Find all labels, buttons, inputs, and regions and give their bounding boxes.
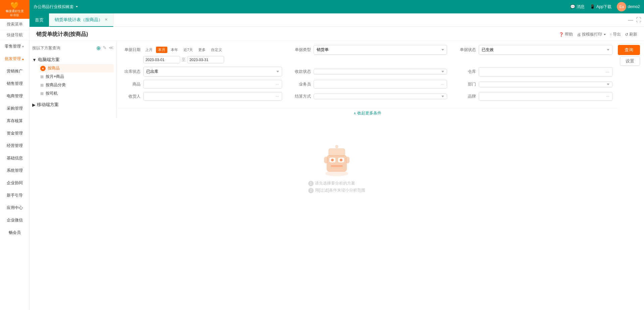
window-maximize-icon[interactable]: ⛶ [636,17,641,23]
desktop-plan-group[interactable]: ▼ 电脑端方案 [32,55,114,64]
date-tab-custom[interactable]: 自定义 [209,47,224,53]
collapse-more-btn[interactable]: ∧ 收起更多条件 [117,108,618,118]
plan-item-driver[interactable]: ▦ 按司机 [39,89,114,98]
search-menu[interactable]: 搜索菜单 [0,19,29,30]
svg-point-4 [331,159,334,161]
sidebar: 🧡 畅捷通好生意 标准版 搜索菜单 快捷导航 零售管理 ▼ 批发管理 ▲ 营销推… [0,0,30,310]
user-menu[interactable]: Ea demo2 [617,2,640,11]
department-select[interactable] [479,82,612,87]
window-minimize-icon[interactable]: — [628,17,633,23]
filter-sidebar-title: 按以下方案查询 [32,45,60,51]
message-btn[interactable]: 💬 消息 [570,4,585,10]
retail-label: 零售管理 [5,44,21,49]
plan-item-by-goods[interactable]: ● 按商品 [39,64,114,72]
warehouse-label: 仓库 [452,69,476,74]
sidebar-item-wechat[interactable]: 企业微信 [0,214,29,226]
tab-sales-stat[interactable]: 销货单统计表（按商品） ✕ [49,13,113,27]
sidebar-item-member[interactable]: 畅会员 [0,226,29,239]
sidebar-item-inventory[interactable]: 库存核算 [0,115,29,127]
date-tab-more[interactable]: 更多 [196,47,208,53]
warehouse-more-icon[interactable]: ··· [605,69,609,74]
query-button[interactable]: 查询 [618,45,640,55]
page-header: 销货单统计表(按商品) ❓ 帮助 🖨 按模板打印 ↑ 导出 ↺ 刷新 [30,27,644,41]
sidebar-item-retail[interactable]: 零售管理 ▼ [0,40,29,53]
desktop-arrow-icon: ▼ [32,57,37,62]
app-download-btn[interactable]: 📱 App下载 [590,4,611,10]
date-tab-this-year[interactable]: 本年 [169,47,180,53]
doc-type-label: 单据类型 [287,47,311,53]
date-tab-7days[interactable]: 近7天 [181,47,195,53]
doc-status-select[interactable]: 已生效 [479,45,612,55]
account-dropdown[interactable]: 办公用品行业模拟账套 [34,4,78,10]
plan-item-month-goods[interactable]: ▦ 按月+商品 [39,72,114,81]
export-btn[interactable]: ↑ 导出 [610,32,621,37]
template-print-btn[interactable]: 🖨 按模板打印 [577,32,606,37]
sidebar-item-marketing[interactable]: 营销推广 [0,65,29,78]
plan-category-icon: ▦ [40,83,44,87]
payment-status-label: 收款状态 [287,69,311,74]
date-tab-this-month[interactable]: 本月 [156,47,167,53]
app-label: App下载 [596,4,611,10]
sidebar-item-finance[interactable]: 资金管理 [0,127,29,140]
out-status-field: 出库状态 已出库 [122,67,282,76]
set-button[interactable]: 设置 [620,56,640,66]
svg-rect-1 [327,155,347,172]
plan-month-goods-label: 按月+商品 [46,74,64,80]
help-btn[interactable]: ❓ 帮助 [559,32,573,37]
out-status-select[interactable]: 已出库 [143,67,282,76]
close-tab-icon[interactable]: ✕ [105,17,108,22]
brand-more-icon[interactable]: ··· [606,94,609,99]
payment-status-arrow-icon [441,71,444,72]
date-tab-last-month[interactable]: 上月 [143,47,155,53]
collapse-sidebar-icon[interactable]: ≪ [109,45,114,51]
svg-rect-7 [324,157,328,163]
recipient-more-icon[interactable]: ··· [276,94,279,99]
payment-status-select[interactable] [314,69,447,74]
refresh-btn[interactable]: ↺ 刷新 [625,32,637,37]
sidebar-item-purchase[interactable]: 采购管理 [0,102,29,115]
doc-type-value: 销货单 [317,47,329,53]
salesperson-more-icon[interactable]: ··· [441,82,444,87]
sidebar-item-system[interactable]: 系统管理 [0,164,29,177]
mobile-plan-group[interactable]: ▶ 移动端方案 [32,100,114,109]
filter-row-4: 收货人 ··· 结算方式 [122,92,612,101]
help-label: 帮助 [565,32,573,37]
recipient-label: 收货人 [122,94,141,99]
warehouse-select[interactable]: ··· [479,67,612,76]
recipient-input[interactable]: ··· [143,92,282,101]
quick-nav[interactable]: 快捷导航 [0,30,29,40]
sidebar-item-collab[interactable]: 企业协同 [0,177,29,189]
plan-category-label: 按商品分类 [46,82,66,88]
svg-rect-6 [331,165,343,167]
brand-input[interactable]: ··· [479,92,612,101]
empty-state: 1 请先选择要分析的方案 2 用[过滤]条件来缩小分析范围 [30,118,644,213]
settlement-select[interactable] [314,94,447,99]
edit-plan-icon[interactable]: ✎ [103,45,107,51]
date-label: 单据日期 [122,47,141,53]
goods-input[interactable]: ··· [143,80,282,89]
sidebar-item-guide[interactable]: 新手引导 [0,189,29,202]
add-plan-icon[interactable]: ⊕ [96,45,101,51]
sidebar-item-basic[interactable]: 基础信息 [0,152,29,164]
goods-more-icon[interactable]: ··· [276,82,279,87]
wechat-label: 企业微信 [7,218,23,222]
out-status-value: 已出库 [146,69,158,74]
sidebar-item-ecom[interactable]: 电商管理 [0,90,29,102]
filter-sidebar: 按以下方案查询 ⊕ ✎ ≪ ▼ 电脑端方案 ● [30,41,117,118]
salesperson-input[interactable]: ··· [314,80,447,89]
tab-home[interactable]: 首页 [30,13,49,27]
date-from-input[interactable] [143,56,180,63]
sidebar-item-sales[interactable]: 销售管理 [0,78,29,90]
inventory-label: 库存核算 [7,118,23,123]
page-title: 销货单统计表(按商品) [36,31,88,38]
sidebar-item-mgmt[interactable]: 经营管理 [0,140,29,152]
recipient-field: 收货人 ··· [122,92,282,101]
plan-item-category[interactable]: ▦ 按商品分类 [39,81,114,89]
plan-children: ● 按商品 ▦ 按月+商品 ▦ 按商品分类 ▦ [32,64,114,98]
date-to-input[interactable] [187,56,224,63]
sidebar-item-appstore[interactable]: 应用中心 [0,202,29,214]
message-icon: 💬 [570,4,575,9]
doc-type-select[interactable]: 销货单 [314,45,447,55]
sidebar-item-wholesale[interactable]: 批发管理 ▲ [0,53,29,65]
marketing-label: 营销推广 [7,69,23,73]
